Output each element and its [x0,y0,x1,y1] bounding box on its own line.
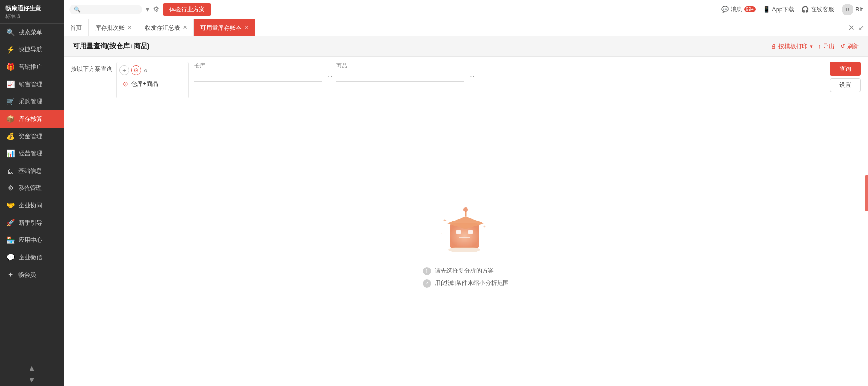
warehouse-more[interactable]: ··· [327,72,333,79]
filter-scheme-actions: + ⚙ « [119,65,186,75]
tab-batch-close[interactable]: ✕ [127,25,132,31]
empty-state: ✦ ✦ · 1 请先选择要分析的方案 2 用[过滤]条件来缩小分析范围 [423,203,509,288]
page-title: 可用量查询(按仓库+商品) [73,42,150,51]
tip-num-1: 1 [423,267,431,275]
tab-receive-summary[interactable]: 收发存汇总表 ✕ [138,19,194,36]
sidebar-item-finance[interactable]: 💰 资金管理 [0,128,64,145]
refresh-icon: ↺ [840,43,845,50]
tab-receive-close[interactable]: ✕ [183,25,187,31]
tab-batch-account[interactable]: 库存批次账 ✕ [89,19,138,36]
warehouse-input[interactable] [194,71,322,82]
sidebar-item-member[interactable]: ✦ 畅会员 [0,266,64,283]
query-btn[interactable]: 查询 [830,62,861,76]
refresh-btn[interactable]: ↺ 刷新 [840,42,859,51]
topbar-gear-icon[interactable]: ⚙ [153,5,159,14]
store-icon: 🏪 [6,236,15,244]
app-download-label: App下载 [772,5,794,14]
sidebar-item-wechat[interactable]: 💬 企业微信 [0,249,64,266]
right-scrollbar[interactable] [865,175,868,211]
product-input[interactable] [336,71,464,82]
tab-receive-label: 收发存汇总表 [145,24,180,32]
empty-tips: 1 请先选择要分析的方案 2 用[过滤]条件来缩小分析范围 [423,267,509,288]
sidebar-item-purchase[interactable]: 🛒 采购管理 [0,93,64,110]
content-area: ✦ ✦ · 1 请先选择要分析的方案 2 用[过滤]条件来缩小分析范围 [64,104,868,386]
sidebar-item-appstore[interactable]: 🏪 应用中心 [0,232,64,249]
svg-point-7 [448,247,480,252]
service-icon: 🎧 [802,6,809,13]
sidebar-item-operation[interactable]: 📊 经营管理 [0,145,64,162]
sidebar-item-search[interactable]: 🔍 搜索菜单 [0,24,64,41]
add-scheme-btn[interactable]: + [119,65,129,75]
sidebar-item-inventory[interactable]: 📦 库存核算 [0,110,64,128]
sidebar-item-label: 采购管理 [19,98,42,106]
page-header: 可用量查询(按仓库+商品) 🖨 按模板打印 ▾ ↑ 导出 ↺ 刷新 [64,36,868,57]
tab-home-label: 首页 [70,24,82,32]
settings-btn[interactable]: 设置 [830,78,861,92]
folder-icon: 🗂 [6,167,15,175]
tip-num-2: 2 [423,279,431,288]
topbar-search-box[interactable]: 🔍 [69,5,142,14]
scheme-item-icon: ⊙ [123,80,128,87]
product-label: 商品 [336,62,464,70]
print-icon: 🖨 [771,43,777,50]
search-icon: 🔍 [6,28,15,36]
product-more[interactable]: ··· [469,72,475,79]
user-area[interactable]: R Rit [842,4,863,15]
tabs-expand-icon[interactable]: ⤢ [858,23,864,32]
sidebar-scroll-up[interactable]: ▲ [0,362,64,374]
print-chevron-icon[interactable]: ▾ [810,43,813,50]
query-actions: 查询 设置 [824,62,861,92]
sidebar-item-label: 销售管理 [19,80,42,88]
search-icon: 🔍 [74,6,81,13]
svg-rect-3 [468,230,473,234]
gear-icon: ⚙ [6,184,15,192]
topbar: 🔍 ▾ ⚙ 体验行业方案 💬 消息 99+ 📱 App下载 🎧 在线客服 R R… [64,0,868,19]
sidebar-scroll-down[interactable]: ▼ [0,374,64,386]
refresh-label: 刷新 [847,42,859,51]
tip-row-1: 1 请先选择要分析的方案 [423,267,509,275]
warehouse-field: 仓库 [194,62,322,82]
filter-scheme-panel: + ⚙ « ⊙ 仓库+商品 [116,62,189,98]
sidebar-item-system[interactable]: ⚙ 系统管理 [0,180,64,197]
trial-btn[interactable]: 体验行业方案 [163,3,211,16]
print-btn[interactable]: 🖨 按模板打印 ▾ [771,42,813,51]
product-field: 商品 [336,62,464,82]
tip-text-1: 请先选择要分析的方案 [435,267,494,275]
message-icon: 💬 [721,6,729,13]
settings-scheme-btn[interactable]: ⚙ [131,65,141,75]
tab-home[interactable]: 首页 [64,19,89,36]
app-edition: 标准版 [5,13,58,20]
tab-available-close[interactable]: ✕ [244,25,249,31]
sidebar-item-guide[interactable]: 🚀 新手引导 [0,214,64,232]
sidebar-item-label: 营销推广 [19,63,42,71]
app-download-btn[interactable]: 📱 App下载 [763,5,794,14]
scheme-item-warehouse-product[interactable]: ⊙ 仓库+商品 [119,78,186,90]
app-name: 畅康通好生意 [5,5,58,13]
topbar-dropdown-icon[interactable]: ▾ [146,5,149,14]
export-icon: ↑ [818,43,822,50]
online-service-label: 在线客服 [811,5,834,14]
collapse-icon[interactable]: « [143,66,148,75]
svg-text:✦: ✦ [443,218,447,223]
sidebar-item-shortcut[interactable]: ⚡ 快捷导航 [0,41,64,58]
sidebar-item-label: 新手引导 [19,219,42,227]
money-icon: 💰 [6,132,15,140]
avatar: R [842,4,853,15]
message-btn[interactable]: 💬 消息 99+ [721,5,756,14]
handshake-icon: 🤝 [6,201,15,210]
sidebar-item-basic[interactable]: 🗂 基础信息 [0,162,64,180]
sidebar-item-sales[interactable]: 📈 销售管理 [0,76,64,93]
main-area: 🔍 ▾ ⚙ 体验行业方案 💬 消息 99+ 📱 App下载 🎧 在线客服 R R… [64,0,868,386]
tabs-close-icon[interactable]: ✕ [848,23,855,33]
sidebar-item-cooperation[interactable]: 🤝 企业协同 [0,197,64,214]
star-icon: ✦ [6,271,15,279]
sidebar-item-label: 基础信息 [18,167,42,175]
tab-available-account[interactable]: 可用量库存账本 ✕ [194,19,255,36]
sidebar-item-label: 应用中心 [19,236,42,244]
sidebar-item-marketing[interactable]: 🎁 营销推广 [0,58,64,76]
online-service-btn[interactable]: 🎧 在线客服 [802,5,834,14]
page-header-actions: 🖨 按模板打印 ▾ ↑ 导出 ↺ 刷新 [771,42,859,51]
export-label: 导出 [823,42,835,51]
export-btn[interactable]: ↑ 导出 [818,42,835,51]
bar-chart-icon: 📊 [6,149,15,158]
